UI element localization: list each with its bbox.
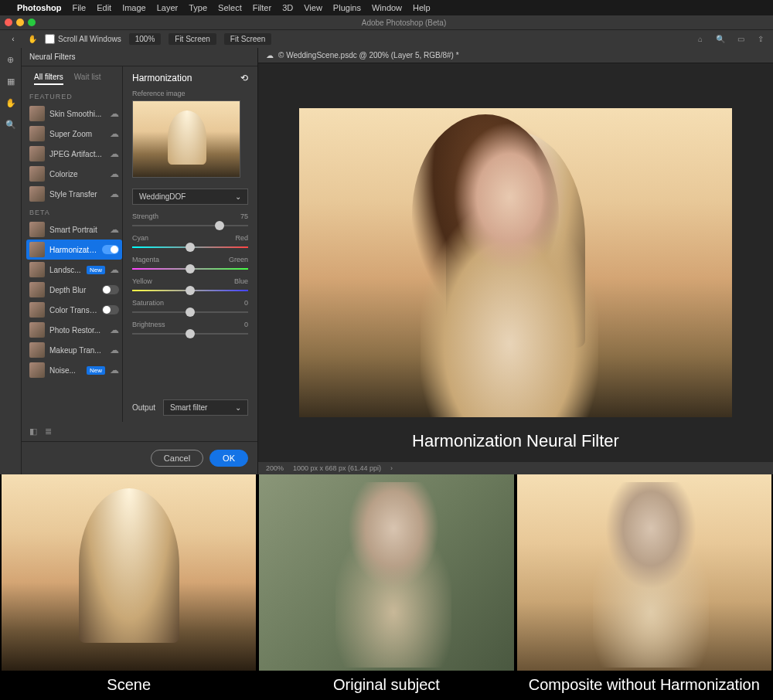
filter-toggle[interactable]: [102, 285, 119, 294]
download-icon[interactable]: ☁: [110, 325, 119, 335]
slider-magenta[interactable]: MagentaGreen: [132, 256, 248, 270]
download-icon[interactable]: ☁: [110, 108, 119, 119]
menu-app-name[interactable]: Photoshop: [17, 3, 61, 12]
download-icon[interactable]: ☁: [110, 224, 119, 235]
fit-screen-button-2[interactable]: Fit Screen: [224, 33, 272, 45]
download-icon[interactable]: ☁: [110, 168, 119, 179]
slider-track[interactable]: [132, 333, 248, 335]
download-icon[interactable]: ☁: [110, 264, 119, 275]
ok-button[interactable]: OK: [209, 450, 248, 467]
share-icon[interactable]: ⇪: [754, 33, 767, 46]
filter-row[interactable]: JPEG Artifact...☁: [26, 144, 122, 164]
filter-toggle[interactable]: [102, 305, 119, 314]
menu-edit[interactable]: Edit: [97, 3, 111, 12]
filter-name: Harmonization: [49, 246, 97, 254]
menu-image[interactable]: Image: [122, 3, 146, 12]
filter-row[interactable]: Smart Portrait☁: [26, 219, 122, 240]
output-select[interactable]: Smart filter ⌄: [163, 399, 248, 416]
document-tab[interactable]: ☁ © WeddingScene.psdc @ 200% (Layer 5, R…: [258, 48, 773, 63]
menu-type[interactable]: Type: [189, 3, 207, 12]
slider-thumb[interactable]: [186, 286, 195, 295]
zoom-icon[interactable]: 🔍: [4, 117, 18, 131]
menu-layer[interactable]: Layer: [157, 3, 179, 12]
filter-row[interactable]: Depth Blur: [26, 280, 122, 300]
target-icon[interactable]: ⊕: [4, 53, 18, 66]
download-icon[interactable]: ☁: [110, 365, 119, 375]
tab-all-filters[interactable]: All filters: [34, 73, 63, 85]
filter-row[interactable]: Noise...New☁: [26, 360, 122, 380]
home-icon[interactable]: ⌂: [694, 33, 707, 46]
reset-icon[interactable]: ⟲: [240, 73, 248, 83]
slider-yellow[interactable]: YellowBlue: [132, 277, 248, 291]
zoom-level[interactable]: 100%: [129, 33, 162, 45]
download-icon[interactable]: ☁: [110, 189, 119, 199]
filter-row[interactable]: Makeup Tran...☁: [26, 340, 122, 360]
hand-icon[interactable]: ✋: [4, 96, 18, 110]
slider-track[interactable]: [132, 246, 248, 248]
filter-row[interactable]: Skin Smoothi...☁: [26, 104, 122, 124]
slider-cyan[interactable]: CyanRed: [132, 234, 248, 248]
slider-saturation[interactable]: Saturation0: [132, 299, 248, 313]
filter-name: Skin Smoothi...: [49, 110, 105, 118]
menu-file[interactable]: File: [72, 3, 86, 12]
cancel-button[interactable]: Cancel: [151, 450, 203, 467]
layers-icon[interactable]: ≣: [45, 426, 52, 437]
slider-thumb[interactable]: [186, 329, 195, 338]
slider-strength[interactable]: Strength75: [132, 212, 248, 226]
slider-thumb[interactable]: [215, 221, 224, 230]
slider-brightness[interactable]: Brightness0: [132, 321, 248, 335]
status-chevron-icon[interactable]: ›: [390, 464, 393, 472]
menu-3d[interactable]: 3D: [282, 3, 293, 12]
menu-filter[interactable]: Filter: [253, 3, 271, 12]
status-zoom[interactable]: 200%: [266, 464, 284, 472]
slider-track[interactable]: [132, 311, 248, 313]
fit-screen-button-1[interactable]: Fit Screen: [169, 33, 216, 45]
search-icon[interactable]: 🔍: [714, 33, 727, 46]
filter-row[interactable]: Super Zoom☁: [26, 124, 122, 144]
filter-row[interactable]: Style Transfer☁: [26, 184, 122, 204]
filter-row[interactable]: Harmonization: [26, 240, 122, 260]
filter-thumb: [29, 342, 45, 358]
menu-window[interactable]: Window: [372, 3, 402, 12]
filter-row[interactable]: Color Transfer: [26, 300, 122, 320]
download-icon[interactable]: ☁: [110, 128, 119, 139]
hand-tool-icon[interactable]: ✋: [28, 35, 37, 43]
slider-track[interactable]: [132, 290, 248, 291]
filter-tabs: All filters Wait list: [26, 70, 122, 88]
filter-row[interactable]: Colorize☁: [26, 164, 122, 184]
download-icon[interactable]: ☁: [110, 148, 119, 159]
neural-panel-title: Neural Filters: [22, 48, 257, 66]
slider-track[interactable]: [132, 268, 248, 270]
back-icon[interactable]: ‹: [6, 32, 20, 46]
filter-name: Color Transfer: [49, 306, 97, 314]
layer-select[interactable]: WeddingDOF ⌄: [132, 189, 248, 205]
document-tab-label: © WeddingScene.psdc @ 200% (Layer 5, RGB…: [278, 51, 459, 59]
scroll-all-checkbox[interactable]: Scroll All Windows: [45, 34, 121, 44]
filter-thumb: [29, 166, 45, 182]
download-icon[interactable]: ☁: [110, 345, 119, 355]
menu-help[interactable]: Help: [413, 3, 431, 12]
menu-plugins[interactable]: Plugins: [333, 3, 361, 12]
minimize-window-button[interactable]: [16, 19, 24, 26]
slider-track[interactable]: [132, 225, 248, 226]
compare-original: Original subject: [257, 474, 515, 700]
filter-toggle[interactable]: [102, 245, 119, 254]
filter-row[interactable]: Photo Restor...☁: [26, 320, 122, 340]
tab-wait-list[interactable]: Wait list: [74, 73, 101, 85]
crop-icon[interactable]: ▦: [4, 74, 18, 88]
filter-thumb: [29, 302, 45, 318]
compare-icon[interactable]: ◧: [29, 426, 37, 437]
filter-row[interactable]: Landsc...New☁: [26, 260, 122, 280]
menu-select[interactable]: Select: [218, 3, 242, 12]
close-window-button[interactable]: [5, 19, 12, 26]
menu-view[interactable]: View: [304, 3, 322, 12]
slider-thumb[interactable]: [186, 308, 195, 317]
maximize-window-button[interactable]: [28, 19, 36, 26]
workspace-icon[interactable]: ▭: [734, 33, 747, 46]
panel-footer-icons: ◧ ≣: [22, 422, 257, 441]
slider-thumb[interactable]: [186, 243, 195, 252]
canvas[interactable]: Harmonization Neural Filter: [258, 63, 773, 462]
reference-image-thumbnail[interactable]: [132, 100, 240, 178]
slider-thumb[interactable]: [186, 264, 195, 274]
output-label: Output: [132, 403, 155, 412]
